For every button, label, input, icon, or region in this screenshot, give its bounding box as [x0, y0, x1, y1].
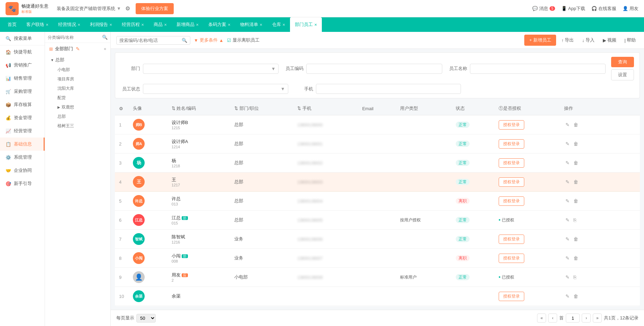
collapse-icon[interactable]: «	[104, 46, 106, 51]
auth-btn[interactable]: 授权登录	[499, 292, 524, 301]
query-btn[interactable]: 查询	[611, 57, 634, 67]
tab-customer[interactable]: 客户联络 ✕	[21, 17, 53, 32]
auth-btn[interactable]: 授权登录	[499, 196, 524, 206]
dept-sub-hq[interactable]: 总部	[45, 112, 110, 121]
edit-row-icon[interactable]: ✎	[564, 255, 571, 262]
copy-row-icon[interactable]: ⎘	[572, 274, 578, 281]
sidebar-item-marketing[interactable]: 📢 营销推广	[0, 59, 45, 72]
search-input[interactable]	[119, 38, 182, 43]
more-filter-btn[interactable]: ▼ 更多条件 ▲	[194, 37, 224, 43]
add-employee-btn[interactable]: + 新增员工	[524, 35, 556, 46]
view-btn[interactable]: ▶ 视频	[600, 36, 619, 45]
edit-row-icon[interactable]: ✎	[564, 197, 571, 204]
tab-new-goods[interactable]: 新增商品 ✕	[172, 17, 203, 32]
col-dept[interactable]: ⇅ 部门/职位	[230, 102, 293, 115]
dept-sub-plant[interactable]: 植树王三	[45, 121, 110, 131]
sidebar-item-nav[interactable]: 🏠 快捷导航	[0, 45, 45, 59]
help-btn[interactable]: | 帮助	[622, 36, 638, 45]
copy-row-icon[interactable]: ⎘	[572, 217, 578, 223]
col-name[interactable]: ⇅ 姓名/编码	[167, 102, 230, 115]
tab-bom[interactable]: 物料清单 ✕	[235, 17, 267, 32]
auth-btn[interactable]: 授权登录	[499, 235, 524, 244]
edit-row-icon[interactable]: ✎	[564, 217, 571, 223]
message-btn[interactable]: 💬 消息 5	[532, 6, 555, 12]
delete-row-icon[interactable]: 🗑	[572, 293, 580, 300]
col-phone[interactable]: ⇅ 手机	[293, 102, 358, 115]
dept-sub-xiaodian[interactable]: 小电部	[45, 65, 110, 74]
set-btn[interactable]: 设置	[611, 69, 634, 80]
auth-btn[interactable]: 授权登录	[499, 177, 524, 187]
sidebar-item-system[interactable]: ⚙️ 系统管理	[0, 151, 45, 164]
status-select[interactable]: ▼	[143, 84, 288, 94]
edit-row-icon[interactable]: ✎	[564, 121, 571, 128]
dept-field: 部门 ▼	[121, 64, 279, 74]
phone-input[interactable]	[316, 84, 461, 94]
tab-barcode[interactable]: 条码方案 ✕	[203, 17, 235, 32]
sidebar-item-basic-info[interactable]: 📋 基础信息	[0, 138, 45, 151]
sidebar-item-inventory[interactable]: 📦 库存核算	[0, 98, 45, 111]
last-page-btn[interactable]: »	[593, 314, 602, 323]
tab-home[interactable]: 首页	[3, 17, 21, 32]
dept-sub-distribution[interactable]: 配货	[45, 93, 110, 103]
next-page-btn[interactable]: ›	[582, 314, 591, 323]
sidebar-item-guide[interactable]: 🎯 新手引导	[0, 177, 45, 190]
dept-item-hq-parent[interactable]: ▼ 总部	[45, 55, 110, 65]
tab-goods[interactable]: 商品 ✕	[149, 17, 172, 32]
first-page-btn[interactable]: «	[537, 314, 546, 323]
trial-btn[interactable]: 体验行业方案	[136, 3, 174, 14]
dept-sub-shuanglu[interactable]: ▶双鹿想	[45, 103, 110, 112]
edit-row-icon[interactable]: ✎	[564, 178, 571, 185]
delete-row-icon[interactable]: 🗑	[572, 121, 580, 128]
edit-dept-icon[interactable]: ✎	[76, 46, 80, 52]
tab-history[interactable]: 经营历程 ✕	[117, 17, 149, 32]
auth-btn[interactable]: 授权登录	[499, 158, 524, 168]
delete-row-icon[interactable]: 🗑	[572, 159, 580, 166]
dept-sub-project[interactable]: 项目库房	[45, 74, 110, 84]
page-size-select[interactable]: 50 100 200	[136, 314, 156, 323]
emp-name-input[interactable]	[470, 64, 606, 74]
right-content: 🔍 ▼ 更多条件 ▲ ☑ 显示离职员工 + 新增员工 ↑ 导出	[111, 32, 644, 326]
delete-row-icon[interactable]: 🗑	[572, 140, 580, 147]
tab-warehouse[interactable]: 仓库 ✕	[267, 17, 290, 32]
dept-search-icon[interactable]: 🔍	[102, 35, 108, 40]
auth-btn[interactable]: 授权登录	[499, 254, 524, 263]
delete-row-icon[interactable]: 🗑	[572, 236, 580, 243]
col-settings[interactable]: ⚙	[115, 102, 129, 115]
dept-sub-shenyang[interactable]: 沈阳大库	[45, 84, 110, 93]
export-btn[interactable]: ↑ 导出	[559, 36, 577, 45]
tab-business[interactable]: 经营情况 ✕	[53, 17, 85, 32]
search-menu-item[interactable]: 🔍 搜索菜单	[0, 32, 45, 45]
import-btn[interactable]: ↓ 导入	[579, 36, 597, 45]
sidebar-item-operations[interactable]: 📈 经营管理	[0, 124, 45, 138]
sidebar-item-sales[interactable]: 📊 销售管理	[0, 72, 45, 85]
dept-select[interactable]: ▼	[143, 64, 279, 74]
dropdown-arrow-icon[interactable]: ▼	[117, 6, 121, 11]
sidebar-item-collab[interactable]: 🤝 企业协同	[0, 164, 45, 177]
edit-row-icon[interactable]: ✎	[564, 140, 571, 147]
sidebar-item-purchase[interactable]: 🛒 采购管理	[0, 85, 45, 98]
emp-code-input[interactable]	[306, 64, 442, 74]
auth-btn[interactable]: 授权登录	[499, 120, 524, 130]
edit-row-icon[interactable]: ✎	[564, 293, 571, 300]
auth-btn[interactable]: 授权登录	[499, 139, 524, 149]
app-download-btn[interactable]: 📱 App下载	[561, 6, 585, 12]
edit-row-icon[interactable]: ✎	[564, 159, 571, 166]
tab-employees[interactable]: 部门员工 ✕	[290, 17, 322, 32]
settings-icon[interactable]: ⚙	[125, 5, 130, 12]
delete-row-icon[interactable]: 🗑	[572, 197, 580, 204]
sidebar-item-finance[interactable]: 💰 资金管理	[0, 111, 45, 124]
user-area[interactable]: 👤 用友	[623, 6, 638, 12]
system-title: 装备及固定资产辅助管理系统	[57, 6, 115, 12]
page-number-input[interactable]	[566, 314, 580, 323]
edit-row-icon[interactable]: ✎	[564, 236, 571, 243]
dept-search-input[interactable]	[48, 35, 102, 40]
tab-profit[interactable]: 利润报告 ✕	[85, 17, 117, 32]
delete-row-icon[interactable]: 🗑	[572, 178, 580, 185]
all-dept-header[interactable]: ⊞ 全部部门 ✎ «	[45, 43, 110, 55]
prev-page-btn[interactable]: ‹	[548, 314, 557, 323]
delete-row-icon[interactable]: 🗑	[572, 255, 580, 262]
search-icon[interactable]: 🔍	[182, 38, 187, 43]
online-service-btn[interactable]: 🎧 在线客服	[591, 6, 616, 12]
show-resigned-checkbox[interactable]: ☑ 显示离职员工	[227, 37, 260, 43]
edit-row-icon[interactable]: ✎	[564, 274, 571, 281]
